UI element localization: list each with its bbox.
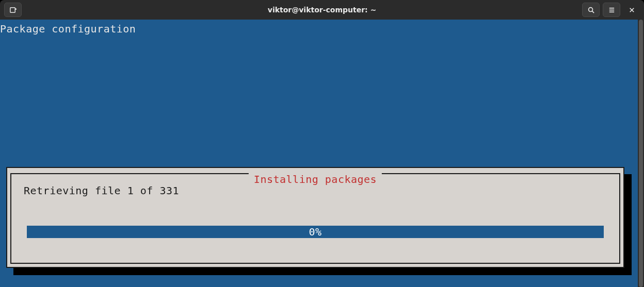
dialog-title-wrap: Installing packages — [249, 173, 382, 185]
package-config-heading: Package configuration — [0, 20, 638, 35]
current-file: 1 — [127, 184, 134, 197]
dialog-body: Retrieving file 1 of 331 — [24, 184, 607, 256]
svg-line-4 — [592, 11, 594, 13]
scrollbar-track[interactable] — [638, 20, 644, 287]
status-mid: of — [134, 184, 159, 197]
progress-percent: 0% — [309, 226, 321, 238]
dialog-title: Installing packages — [254, 173, 377, 185]
terminal-area[interactable]: Package configuration Installing package… — [0, 20, 644, 287]
window-titlebar: viktor@viktor-computer: ~ — [0, 0, 644, 20]
close-window-button[interactable] — [623, 3, 640, 17]
total-files: 331 — [159, 184, 179, 197]
progress-bar: 0% — [27, 226, 604, 238]
scrollbar-thumb[interactable] — [639, 20, 643, 287]
terminal-viewport[interactable]: Package configuration Installing package… — [0, 20, 638, 287]
dialog-border: Installing packages Retrieving file 1 of… — [10, 173, 620, 264]
installing-packages-dialog: Installing packages Retrieving file 1 of… — [6, 167, 624, 268]
search-button[interactable] — [582, 3, 600, 17]
status-prefix: Retrieving file — [24, 184, 127, 197]
window-title: viktor@viktor-computer: ~ — [268, 6, 377, 14]
status-line: Retrieving file 1 of 331 — [24, 184, 179, 197]
new-tab-button[interactable] — [4, 3, 22, 17]
menu-button[interactable] — [603, 3, 620, 17]
svg-point-3 — [588, 7, 592, 11]
svg-rect-0 — [10, 7, 14, 12]
